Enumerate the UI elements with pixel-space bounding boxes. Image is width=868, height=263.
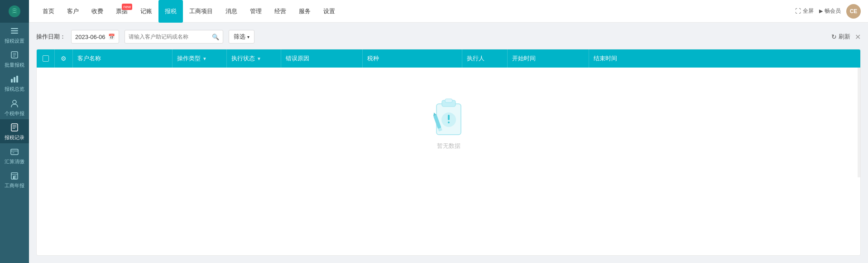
select-all-checkbox[interactable]: [43, 55, 49, 62]
svg-rect-1: [11, 28, 18, 29]
building-icon: [10, 171, 19, 181]
svg-rect-10: [11, 149, 18, 155]
svg-rect-5: [11, 79, 13, 83]
date-value: 2023-06-06: [75, 34, 106, 40]
play-icon: ▶: [819, 8, 823, 14]
svg-point-0: [9, 5, 20, 17]
nav-fuwu[interactable]: 服务: [293, 0, 317, 23]
svg-rect-19: [448, 122, 450, 123]
sidebar-item-geshuishenbao[interactable]: 个税申报: [0, 95, 29, 119]
app-logo: [0, 0, 29, 23]
nav-jingying[interactable]: 经营: [268, 0, 293, 23]
nav-shezhi[interactable]: 设置: [317, 0, 341, 23]
payment-icon: [10, 147, 19, 157]
nav-baoshui[interactable]: 报税: [158, 0, 183, 23]
sidebar-item-baoshui-zonlan[interactable]: 报税总览: [0, 71, 29, 95]
user-avatar[interactable]: CE: [846, 4, 861, 19]
svg-rect-3: [11, 33, 18, 34]
sidebar-item-baoshui-shezhi[interactable]: 报税设置: [0, 23, 29, 47]
search-icon[interactable]: 🔍: [212, 34, 219, 40]
table-container: ⚙ 客户名称 操作类型 ▼ 执行状态 ▼ 错误原因 税种: [36, 49, 861, 256]
search-input[interactable]: [129, 34, 210, 40]
nav-piaoju[interactable]: 票据 new: [110, 0, 134, 23]
topnav-right: ⛶ 全屏 ▶ 畅会员 CE: [795, 4, 861, 19]
th-tax-type: 税种: [363, 49, 462, 68]
sidebar-item-label: 报税总览: [5, 86, 24, 92]
member-button[interactable]: ▶ 畅会员: [819, 7, 841, 15]
date-picker[interactable]: 2023-06-06 📅: [71, 30, 119, 44]
sidebar-item-baoshui-jilu[interactable]: 报税记录: [0, 119, 29, 143]
fullscreen-button[interactable]: ⛶ 全屏: [795, 7, 814, 15]
sidebar-item-label: 批量报税: [5, 62, 24, 68]
person-icon: [10, 99, 19, 109]
nav-jizhang[interactable]: 记账: [134, 0, 158, 23]
th-checkbox[interactable]: [37, 49, 55, 68]
sidebar: 报税设置 批量报税 报税总览 个税申报 报税记录 汇算清缴 工商: [0, 0, 29, 263]
svg-rect-6: [14, 77, 15, 83]
table-body: 暂无数据: [37, 68, 860, 177]
sidebar-item-gongshang-nianbao[interactable]: 工商年报: [0, 167, 29, 191]
content-area: 操作日期： 2023-06-06 📅 🔍 筛选 ▾ ↻ 刷新 ✕: [29, 23, 868, 263]
filter-button[interactable]: 筛选 ▾: [229, 30, 254, 44]
batch-icon: [10, 50, 19, 61]
th-customer-name: 客户名称: [73, 49, 173, 68]
sidebar-item-huisuan-jiaona[interactable]: 汇算清缴: [0, 143, 29, 167]
th-start-time: 开始时间: [508, 49, 589, 68]
svg-rect-18: [448, 115, 450, 120]
toolbar: 操作日期： 2023-06-06 📅 🔍 筛选 ▾ ↻ 刷新 ✕: [36, 30, 861, 44]
overview-icon: [10, 74, 19, 85]
empty-state: 暂无数据: [37, 68, 860, 177]
sidebar-item-piliang-baoshui[interactable]: 批量报税: [0, 47, 29, 71]
empty-illustration: [428, 95, 469, 140]
sidebar-item-label: 工商年报: [5, 183, 24, 189]
gear-icon: ⚙: [61, 55, 67, 62]
main-area: 首页 客户 收费 票据 new 记账 报税 工商项目 消息 管理 经营 服务 设…: [29, 0, 868, 263]
th-error-reason: 错误原因: [281, 49, 363, 68]
calendar-icon: 📅: [108, 34, 115, 40]
refresh-icon: ↻: [831, 33, 837, 40]
empty-text: 暂无数据: [437, 142, 460, 150]
close-button[interactable]: ✕: [855, 33, 861, 41]
refresh-button[interactable]: ↻ 刷新: [831, 33, 850, 41]
new-badge: new: [122, 4, 132, 10]
svg-rect-13: [14, 176, 16, 179]
date-label: 操作日期：: [36, 33, 66, 41]
filter-label: 筛选: [234, 33, 245, 41]
fullscreen-icon: ⛶: [795, 8, 801, 15]
sort-icon: ▼: [202, 56, 207, 61]
nav-guanli[interactable]: 管理: [244, 0, 268, 23]
svg-rect-16: [445, 99, 452, 102]
th-executor: 执行人: [462, 49, 508, 68]
settings-icon: [10, 26, 19, 37]
th-settings[interactable]: ⚙: [55, 49, 73, 68]
sidebar-item-label: 个税申报: [5, 111, 24, 117]
svg-rect-2: [11, 30, 18, 31]
sidebar-item-label: 汇算清缴: [5, 159, 24, 165]
nav-customer[interactable]: 客户: [61, 0, 85, 23]
svg-rect-9: [11, 124, 18, 131]
nav-homepage[interactable]: 首页: [36, 0, 61, 23]
nav-gongshang-xiangmu[interactable]: 工商项目: [183, 0, 219, 23]
chevron-down-icon: ▾: [247, 34, 249, 39]
nav-xiaoxi[interactable]: 消息: [219, 0, 244, 23]
sidebar-item-label: 报税设置: [5, 38, 24, 44]
table-header: ⚙ 客户名称 操作类型 ▼ 执行状态 ▼ 错误原因 税种: [37, 49, 860, 68]
sort-icon: ▼: [257, 56, 261, 61]
th-operation-type: 操作类型 ▼: [173, 49, 227, 68]
scrollbar-track[interactable]: [858, 68, 860, 177]
svg-rect-7: [16, 76, 18, 83]
th-exec-status: 执行状态 ▼: [227, 49, 281, 68]
toolbar-right: ↻ 刷新 ✕: [831, 33, 861, 41]
search-box: 🔍: [125, 30, 223, 44]
nav-shoufei[interactable]: 收费: [85, 0, 110, 23]
th-end-time: 结束时间: [589, 49, 662, 68]
record-icon: [10, 123, 19, 133]
sidebar-item-label: 报税记录: [5, 135, 24, 141]
svg-point-8: [13, 100, 16, 104]
topnav: 首页 客户 收费 票据 new 记账 报税 工商项目 消息 管理 经营 服务 设…: [29, 0, 868, 23]
